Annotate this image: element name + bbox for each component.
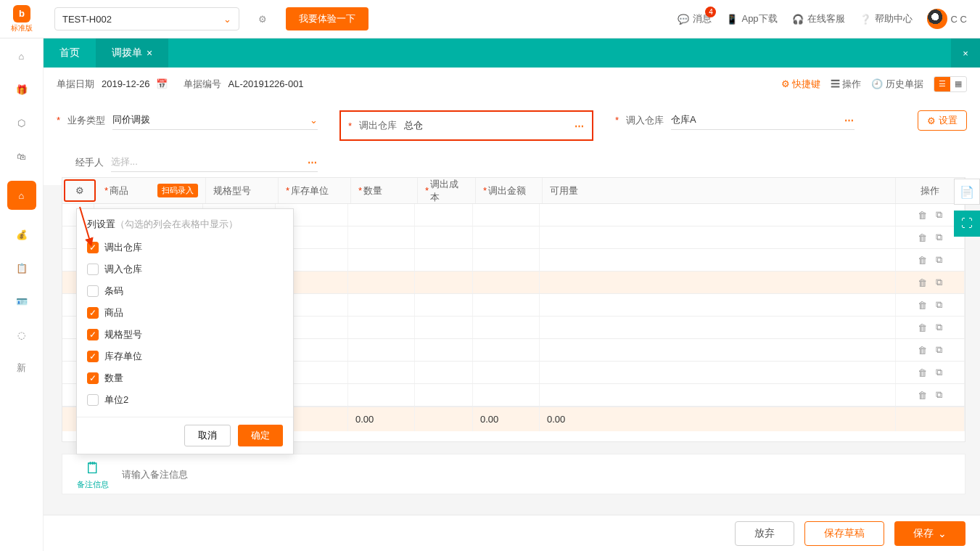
sidebar-id-icon[interactable]: 🪪 bbox=[13, 293, 30, 310]
delete-icon[interactable]: 🗑 bbox=[918, 300, 927, 311]
out-warehouse-field[interactable]: * 调出仓库 总仓⋯ bbox=[339, 110, 593, 141]
delete-icon[interactable]: 🗑 bbox=[918, 210, 927, 221]
left-sidebar: ⌂ 🎁 ⬡ 🛍 ⌂ 💰 📋 🪪 ◌ 新 bbox=[0, 38, 44, 551]
col-amount: *调出金额 bbox=[476, 178, 543, 203]
tab-home[interactable]: 首页 bbox=[44, 38, 96, 68]
ops-link[interactable]: ☰ 操作 bbox=[831, 78, 862, 91]
column-option[interactable]: ✓库存单位 bbox=[87, 346, 283, 367]
column-option-label: 数量 bbox=[104, 372, 123, 385]
remark-bar: 🗒 备注信息 bbox=[62, 454, 965, 494]
sidebar-money-icon[interactable]: 💰 bbox=[13, 226, 30, 243]
docno-label: 单据编号 bbox=[184, 78, 221, 91]
copy-icon[interactable]: ⧉ bbox=[936, 277, 942, 288]
copy-icon[interactable]: ⧉ bbox=[936, 344, 942, 356]
sidebar-bag-icon[interactable]: 🛍 bbox=[13, 147, 30, 165]
scan-button[interactable]: 扫码录入 bbox=[157, 184, 198, 197]
copy-icon[interactable]: ⧉ bbox=[936, 367, 942, 378]
sidebar-gift-icon[interactable]: 🎁 bbox=[13, 81, 30, 98]
service-link[interactable]: 🎧 在线客服 bbox=[792, 12, 845, 25]
app-download-link[interactable]: 📱 App下载 bbox=[726, 12, 777, 25]
footer-amount: 0.00 bbox=[473, 407, 540, 431]
column-option[interactable]: 调入仓库 bbox=[87, 258, 283, 280]
sidebar-home-icon[interactable]: ⌂ bbox=[13, 47, 30, 65]
copy-icon[interactable]: ⧉ bbox=[936, 389, 942, 401]
trial-button[interactable]: 我要体验一下 bbox=[286, 7, 368, 30]
messages-link[interactable]: 💬 消息 4 bbox=[678, 12, 712, 25]
sidebar-new-icon[interactable]: 新 bbox=[13, 359, 30, 377]
shortcut-link[interactable]: ⚙快捷键 bbox=[781, 78, 820, 91]
column-option[interactable]: ✓数量 bbox=[87, 367, 283, 389]
org-selector[interactable]: TEST-H002 ⌄ bbox=[54, 7, 239, 30]
gear-icon[interactable]: ⚙ bbox=[255, 12, 270, 26]
column-settings-button[interactable]: ⚙ bbox=[64, 179, 96, 202]
tab-transfer[interactable]: 调拨单 × bbox=[96, 38, 168, 68]
copy-icon[interactable]: ⧉ bbox=[936, 209, 942, 221]
fullscreen-icon[interactable]: ⛶ bbox=[954, 211, 980, 237]
settings-button[interactable]: ⚙设置 bbox=[918, 110, 967, 131]
chevron-down-icon: ⌄ bbox=[223, 14, 231, 25]
list-view-icon[interactable]: ☰ bbox=[934, 77, 950, 91]
column-option[interactable]: ✓规格型号 bbox=[87, 324, 283, 346]
view-toggle[interactable]: ☰ ▦ bbox=[934, 76, 967, 92]
cancel-button[interactable]: 取消 bbox=[184, 425, 231, 446]
biz-type-field[interactable]: * 业务类型 同价调拨⌄ bbox=[57, 110, 318, 130]
delete-icon[interactable]: 🗑 bbox=[918, 277, 927, 288]
user-menu[interactable]: C C bbox=[927, 9, 967, 29]
sidebar-warehouse-icon[interactable]: ⌂ bbox=[7, 181, 36, 210]
copy-icon[interactable]: ⧉ bbox=[936, 322, 942, 333]
more-icon[interactable]: ⋯ bbox=[308, 157, 318, 168]
delete-icon[interactable]: 🗑 bbox=[918, 255, 927, 266]
sidebar-loading-icon[interactable]: ◌ bbox=[13, 326, 30, 343]
document-bar: 单据日期 2019-12-26 📅 单据编号 AL-20191226-001 ⚙… bbox=[44, 68, 980, 100]
copy-icon[interactable]: ⧉ bbox=[936, 299, 942, 311]
checkbox-icon[interactable]: ✓ bbox=[87, 329, 99, 340]
checkbox-icon[interactable] bbox=[87, 285, 99, 297]
column-option[interactable]: ✓商品 bbox=[87, 302, 283, 324]
help-link[interactable]: ❔ 帮助中心 bbox=[860, 12, 913, 25]
headset-icon: 🎧 bbox=[792, 14, 804, 25]
sidebar-clipboard-icon[interactable]: 📋 bbox=[13, 259, 30, 277]
copy-icon[interactable]: ⧉ bbox=[936, 232, 942, 243]
column-option[interactable]: 单位2 bbox=[87, 389, 283, 411]
column-option[interactable]: 条码 bbox=[87, 280, 283, 302]
column-option[interactable]: ✓调出仓库 bbox=[87, 237, 283, 258]
float-doc-icon[interactable]: 📄 bbox=[954, 179, 980, 205]
discard-button[interactable]: 放弃 bbox=[735, 521, 794, 546]
top-header: b 标准版 TEST-H002 ⌄ ⚙ 我要体验一下 💬 消息 4 📱 App下… bbox=[0, 0, 980, 38]
delete-icon[interactable]: 🗑 bbox=[918, 345, 927, 356]
save-draft-button[interactable]: 保存草稿 bbox=[804, 521, 884, 546]
checkbox-icon[interactable]: ✓ bbox=[87, 351, 99, 362]
docno-value: AL-20191226-001 bbox=[228, 78, 304, 89]
in-warehouse-field[interactable]: * 调入仓库 仓库A⋯ bbox=[615, 110, 855, 130]
grid-view-icon[interactable]: ▦ bbox=[950, 77, 966, 91]
delete-icon[interactable]: 🗑 bbox=[918, 390, 927, 401]
more-icon[interactable]: ⋯ bbox=[844, 115, 855, 126]
copy-icon[interactable]: ⧉ bbox=[936, 254, 942, 266]
note-icon: 🗒 bbox=[85, 459, 101, 478]
delete-icon[interactable]: 🗑 bbox=[918, 367, 927, 378]
close-all-tabs[interactable]: × bbox=[951, 38, 980, 68]
save-button[interactable]: 保存⌄ bbox=[894, 521, 965, 546]
more-icon[interactable]: ⋯ bbox=[575, 121, 585, 131]
handler-field[interactable]: 经手人 选择...⋯ bbox=[57, 152, 318, 172]
checkbox-icon[interactable]: ✓ bbox=[87, 242, 99, 253]
checkbox-icon[interactable]: ✓ bbox=[87, 372, 99, 384]
calendar-icon[interactable]: 📅 bbox=[156, 78, 168, 89]
remark-input[interactable] bbox=[122, 469, 950, 480]
column-option-label: 单位2 bbox=[104, 393, 128, 407]
checkbox-icon[interactable]: ✓ bbox=[87, 307, 99, 319]
sidebar-house-icon[interactable]: ⬡ bbox=[13, 114, 30, 131]
col-product: *商品扫码录入 bbox=[97, 178, 206, 203]
close-icon[interactable]: × bbox=[147, 47, 152, 59]
date-value[interactable]: 2019-12-26 bbox=[102, 78, 150, 89]
header-right: 💬 消息 4 📱 App下载 🎧 在线客服 ❔ 帮助中心 C C bbox=[678, 9, 967, 29]
column-list[interactable]: ✓调出仓库调入仓库条码✓商品✓规格型号✓库存单位✓数量单位2 bbox=[77, 237, 293, 411]
delete-icon[interactable]: 🗑 bbox=[918, 232, 927, 243]
checkbox-icon[interactable] bbox=[87, 394, 99, 406]
history-link[interactable]: 🕘 历史单据 bbox=[871, 78, 923, 91]
delete-icon[interactable]: 🗑 bbox=[918, 322, 927, 333]
table-header: ⚙ *商品扫码录入 规格型号 *库存单位 *数量 *调出成本 *调出金额 可用量… bbox=[62, 178, 965, 204]
confirm-button[interactable]: 确定 bbox=[238, 425, 283, 446]
checkbox-icon[interactable] bbox=[87, 264, 99, 275]
org-name: TEST-H002 bbox=[62, 14, 112, 25]
